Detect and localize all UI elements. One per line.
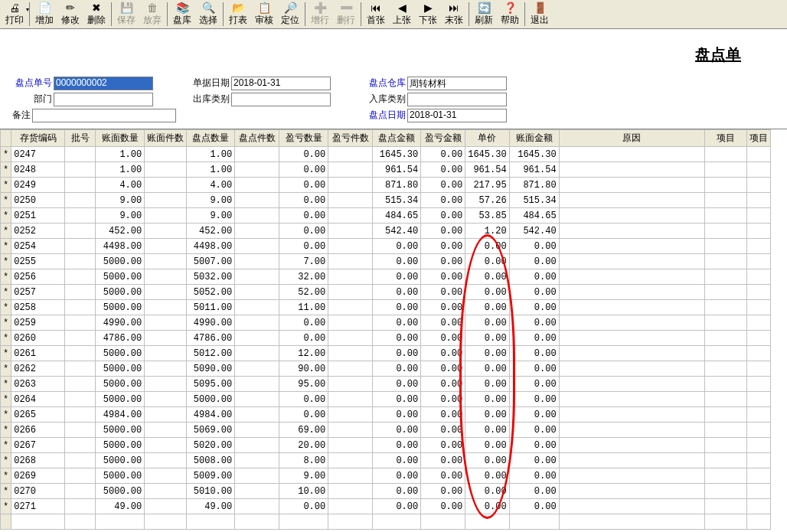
cell-diff_qty[interactable]: 9.00	[279, 468, 328, 484]
cell-check_qty[interactable]: 4786.00	[187, 331, 235, 346]
cell-book_amt[interactable]: 0.00	[509, 361, 559, 377]
cell-diff_amt[interactable]: 0.00	[421, 269, 465, 285]
cell-code[interactable]: 0267	[11, 438, 65, 453]
cell-book_amt[interactable]: 0.00	[509, 438, 559, 453]
cell-project[interactable]	[704, 162, 746, 178]
cell-check_pcs[interactable]	[235, 407, 279, 423]
cell-diff_pcs[interactable]	[328, 178, 373, 193]
input-doc-date[interactable]: 2018-01-31	[231, 77, 331, 90]
cell-book_amt[interactable]: 0.00	[509, 331, 559, 346]
cell-diff_amt[interactable]: 0.00	[421, 300, 465, 315]
cell-book_amt[interactable]: 0.00	[509, 484, 559, 499]
cell-price[interactable]: 57.26	[465, 193, 509, 208]
cell-book_qty[interactable]: 5000.00	[96, 269, 145, 285]
cell-code[interactable]: 0255	[11, 254, 65, 269]
cell-diff_amt[interactable]: 0.00	[421, 239, 465, 254]
cell-book_amt[interactable]: 871.80	[509, 178, 559, 193]
cell-diff_pcs[interactable]	[328, 254, 373, 269]
cell-check_pcs[interactable]	[235, 392, 279, 407]
cell-price[interactable]: 0.00	[465, 254, 509, 269]
toolbar-last-button[interactable]: ⏭末张	[441, 1, 467, 28]
input-order-no[interactable]: 0000000002	[54, 77, 153, 90]
cell-diff_pcs[interactable]	[328, 147, 373, 162]
toolbar-delrow-button[interactable]: ➖删行	[333, 1, 359, 28]
cell-reason[interactable]	[559, 423, 704, 438]
cell-check_pcs[interactable]	[235, 285, 279, 300]
cell-project2[interactable]	[746, 438, 770, 453]
cell-book_pcs[interactable]	[145, 162, 187, 178]
data-grid[interactable]: 存货编码批号账面数量账面件数盘点数量盘点件数盈亏数量盈亏件数盘点金额盈亏金额单价…	[0, 129, 787, 530]
cell-book_pcs[interactable]	[145, 331, 187, 346]
cell-book_amt[interactable]: 0.00	[509, 254, 559, 269]
cell-diff_qty[interactable]: 11.00	[279, 300, 328, 315]
cell-project2[interactable]	[746, 514, 770, 530]
cell-check_pcs[interactable]	[235, 254, 279, 269]
cell-project2[interactable]	[746, 178, 770, 193]
cell-project2[interactable]	[746, 346, 770, 361]
cell-book_amt[interactable]: 0.00	[509, 300, 559, 315]
cell-check_amt[interactable]: 0.00	[373, 468, 421, 484]
cell-book_pcs[interactable]	[145, 193, 187, 208]
cell-diff_qty[interactable]: 0.00	[279, 239, 328, 254]
cell-batch[interactable]	[65, 423, 96, 438]
cell-batch[interactable]	[65, 331, 96, 346]
cell-code[interactable]: 0261	[11, 346, 65, 361]
cell-reason[interactable]	[559, 193, 704, 208]
cell-price[interactable]: 0.00	[465, 438, 509, 453]
cell-price[interactable]: 0.00	[465, 269, 509, 285]
cell-project[interactable]	[704, 300, 746, 315]
cell-project2[interactable]	[746, 239, 770, 254]
cell-book_qty[interactable]: 5000.00	[96, 423, 145, 438]
cell-project2[interactable]	[746, 453, 770, 468]
cell-book_qty[interactable]: 5000.00	[96, 346, 145, 361]
cell-project[interactable]	[704, 423, 746, 438]
cell-diff_amt[interactable]: 0.00	[421, 392, 465, 407]
col-diff_amt[interactable]: 盈亏金额	[421, 130, 465, 147]
cell-project2[interactable]	[746, 147, 770, 162]
table-row[interactable]: *02625000.005090.0090.000.000.000.000.00	[1, 361, 771, 377]
cell-check_qty[interactable]: 9.00	[187, 193, 235, 208]
cell-price[interactable]: 0.00	[465, 285, 509, 300]
cell-book_amt[interactable]: 0.00	[509, 392, 559, 407]
input-in-type[interactable]	[407, 93, 507, 106]
cell-price[interactable]: 0.00	[465, 300, 509, 315]
cell-batch[interactable]	[65, 193, 96, 208]
toolbar-abandon-button[interactable]: 🗑放弃	[139, 1, 165, 28]
cell-diff_qty[interactable]: 0.00	[279, 331, 328, 346]
toolbar-open-button[interactable]: 📂打表	[225, 1, 251, 28]
cell-price[interactable]: 0.00	[465, 468, 509, 484]
cell-project2[interactable]	[746, 315, 770, 331]
cell-check_qty[interactable]: 5020.00	[187, 438, 235, 453]
table-row[interactable]: *02665000.005069.0069.000.000.000.000.00	[1, 423, 771, 438]
cell-batch[interactable]	[65, 453, 96, 468]
cell-check_qty[interactable]: 5012.00	[187, 346, 235, 361]
cell-check_amt[interactable]: 0.00	[373, 239, 421, 254]
col-diff_pcs[interactable]: 盈亏件数	[328, 130, 373, 147]
cell-reason[interactable]	[559, 377, 704, 392]
cell-check_qty[interactable]: 5008.00	[187, 453, 235, 468]
cell-code[interactable]: 0258	[11, 300, 65, 315]
cell-check_amt[interactable]: 0.00	[373, 285, 421, 300]
toolbar-exit-button[interactable]: 🚪退出	[527, 1, 553, 28]
cell-diff_amt[interactable]: 0.00	[421, 254, 465, 269]
cell-price[interactable]: 1645.30	[465, 147, 509, 162]
cell-check_pcs[interactable]	[235, 224, 279, 239]
table-row[interactable]: *02695000.005009.009.000.000.000.000.00	[1, 468, 771, 484]
cell-check_qty[interactable]: 5010.00	[187, 484, 235, 499]
cell-check_qty[interactable]	[187, 514, 235, 530]
cell-diff_pcs[interactable]	[328, 193, 373, 208]
cell-batch[interactable]	[65, 300, 96, 315]
cell-reason[interactable]	[559, 254, 704, 269]
cell-book_qty[interactable]: 5000.00	[96, 254, 145, 269]
cell-batch[interactable]	[65, 224, 96, 239]
col-price[interactable]: 单价	[465, 130, 509, 147]
cell-diff_pcs[interactable]	[328, 315, 373, 331]
cell-diff_amt[interactable]: 0.00	[421, 423, 465, 438]
col-check_amt[interactable]: 盘点金额	[373, 130, 421, 147]
cell-book_pcs[interactable]	[145, 315, 187, 331]
cell-book_qty[interactable]: 9.00	[96, 193, 145, 208]
cell-check_amt[interactable]: 961.54	[373, 162, 421, 178]
col-code[interactable]: 存货编码	[11, 130, 65, 147]
cell-check_pcs[interactable]	[235, 193, 279, 208]
cell-batch[interactable]	[65, 438, 96, 453]
